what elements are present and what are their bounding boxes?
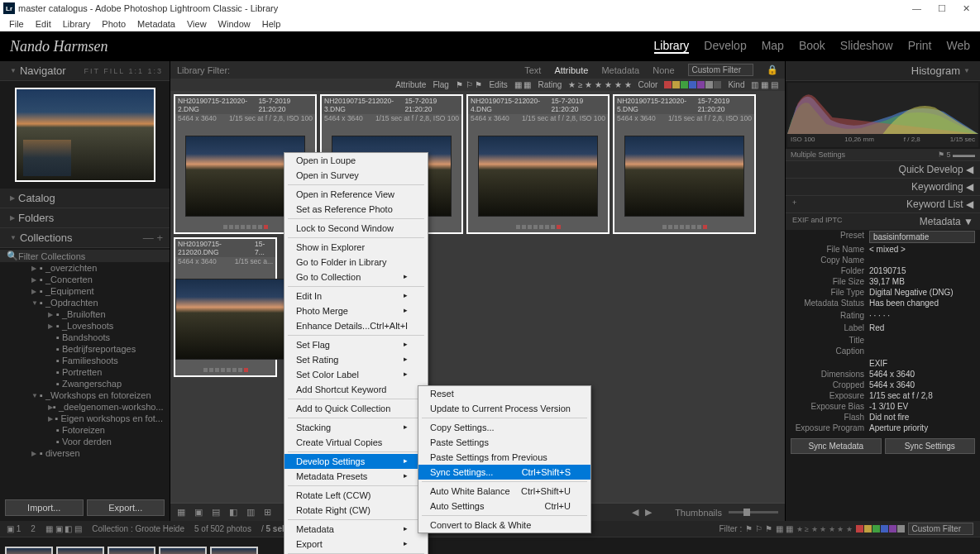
menu-item[interactable]: Set Flag: [284, 337, 428, 352]
menu-item[interactable]: Stacking: [284, 420, 428, 435]
grid-cell[interactable]: NH20190715-212020.DNG15-7...5464 x 36401…: [174, 237, 277, 377]
window-toggle[interactable]: ▣ 1: [7, 524, 21, 533]
filmstrip-thumb[interactable]: [5, 547, 53, 555]
menu-item[interactable]: Go to Collection: [284, 270, 428, 284]
menu-item[interactable]: Auto SettingsCtrl+U: [418, 499, 590, 513]
filter-none[interactable]: None: [653, 65, 674, 75]
grid-cell[interactable]: NH20190715-212020-5.DNG15-7-2019 21:20:2…: [613, 94, 756, 234]
menu-library[interactable]: Library: [57, 19, 97, 29]
collection-item[interactable]: ▶▪ _Equipment: [0, 285, 170, 297]
collection-item[interactable]: ▶▪ _Loveshoots: [0, 320, 170, 332]
filmstrip-thumb[interactable]: [210, 547, 258, 555]
collection-item[interactable]: ▶▪ _Concerten: [0, 274, 170, 285]
menu-item[interactable]: Export: [284, 537, 428, 552]
close-button[interactable]: ✕: [963, 3, 970, 14]
custom-filter-select[interactable]: Custom Filter: [688, 64, 753, 76]
filmstrip[interactable]: [0, 537, 980, 554]
collection-item[interactable]: ▶▪ Eigen workshops en fot...: [0, 413, 170, 424]
metadata-header[interactable]: EXIF and IPTCMetadata ▼: [786, 213, 980, 230]
edit-icons[interactable]: ▦ ▦: [514, 80, 532, 89]
view-mode-icons[interactable]: ▦ ▣ ▤ ◧ ▥ ⊞: [177, 507, 275, 518]
histogram[interactable]: ISO 100 10,26 mm f / 2,8 1/15 sec: [787, 83, 978, 147]
collection-item[interactable]: ▪ Voor derden: [0, 436, 170, 447]
filmstrip-thumb[interactable]: [159, 547, 207, 555]
filter-text[interactable]: Text: [524, 65, 541, 75]
collections-header[interactable]: ▼Collections— +: [0, 228, 170, 248]
menu-item[interactable]: Add to Quick Collection: [284, 401, 428, 416]
collection-item[interactable]: ▪ Familieshoots: [0, 355, 170, 366]
menu-item[interactable]: Rotate Right (CW): [284, 503, 428, 518]
maximize-button[interactable]: ☐: [938, 3, 946, 14]
filter-edits[interactable]: ▦ ▦: [776, 524, 793, 533]
context-menu-develop-settings[interactable]: ResetUpdate to Current Process VersionCo…: [418, 385, 591, 533]
sync-settings-button[interactable]: Sync Settings: [885, 438, 976, 454]
navigator-preview[interactable]: [15, 88, 155, 182]
menu-edit[interactable]: Edit: [30, 19, 57, 29]
collection-item[interactable]: ▶▪ diversen: [0, 447, 170, 459]
filter-colors[interactable]: [856, 525, 905, 533]
menu-item[interactable]: Convert to Black & White: [418, 518, 590, 533]
collection-item[interactable]: ▶▪ _overzichten: [0, 262, 170, 274]
menu-item[interactable]: Create Virtual Copies: [284, 435, 428, 450]
collection-item[interactable]: ▶▪ _deelgenomen-worksho...: [0, 401, 170, 413]
menu-item[interactable]: Paste Settings: [418, 435, 590, 450]
menu-item[interactable]: Enhance Details...Ctrl+Alt+I: [284, 318, 428, 333]
minimize-button[interactable]: —: [912, 3, 921, 14]
filmstrip-filter-select[interactable]: Custom Filter: [908, 523, 973, 535]
collection-item[interactable]: ▪ Bandshoots: [0, 332, 170, 343]
histogram-header[interactable]: Histogram▼: [786, 61, 980, 81]
menu-item[interactable]: Metadata Presets: [284, 469, 428, 484]
folders-header[interactable]: ▶Folders: [0, 208, 170, 228]
export-button[interactable]: Export...: [87, 499, 165, 516]
filter-flags[interactable]: ⚑ ⚐ ⚑: [745, 524, 772, 533]
kind-icons[interactable]: ▥ ▦ ▤: [751, 80, 778, 89]
module-print[interactable]: Print: [908, 39, 932, 54]
menu-item[interactable]: Auto White BalanceCtrl+Shift+U: [418, 484, 590, 499]
menu-item[interactable]: Set as Reference Photo: [284, 202, 428, 217]
menu-item[interactable]: Paste Settings from Previous: [418, 450, 590, 465]
collection-item[interactable]: ▼▪ _Opdrachten: [0, 297, 170, 308]
flag-icons[interactable]: ⚑ ⚐ ⚑: [456, 80, 483, 89]
menu-item[interactable]: Show in Explorer: [284, 240, 428, 255]
color-swatches[interactable]: [664, 81, 721, 88]
collection-item[interactable]: ▪ Portretten: [0, 366, 170, 378]
grid-cell[interactable]: NH20190715-212020-4.DNG15-7-2019 21:20:2…: [466, 94, 610, 234]
menu-window[interactable]: Window: [213, 19, 256, 29]
module-web[interactable]: Web: [946, 39, 970, 54]
menu-item[interactable]: Edit In: [284, 289, 428, 303]
collection-item[interactable]: ▪ Zwangerschap: [0, 378, 170, 389]
catalog-header[interactable]: ▶Catalog: [0, 189, 170, 208]
menu-view[interactable]: View: [181, 19, 213, 29]
quick-develop-header[interactable]: Quick Develop ◀: [786, 160, 980, 178]
menu-item[interactable]: Add Shortcut Keyword: [284, 382, 428, 397]
module-develop[interactable]: Develop: [704, 39, 746, 54]
menu-item[interactable]: Reset: [418, 386, 590, 401]
menu-item[interactable]: Go to Folder in Library: [284, 255, 428, 270]
module-book[interactable]: Book: [799, 39, 825, 54]
thumb-size-slider[interactable]: [729, 511, 778, 513]
menu-metadata[interactable]: Metadata: [131, 19, 181, 29]
module-slideshow[interactable]: Slideshow: [840, 39, 893, 54]
menu-item[interactable]: Open in Reference View: [284, 187, 428, 202]
menu-item[interactable]: Metadata: [284, 522, 428, 537]
menu-item[interactable]: Develop Settings: [284, 454, 428, 469]
lock-icon[interactable]: 🔒: [767, 64, 778, 75]
filter-collections[interactable]: 🔍 Filter Collections: [0, 250, 170, 262]
collection-item[interactable]: ▪ Bedrijfsreportages: [0, 343, 170, 355]
menu-item[interactable]: Update to Current Process Version: [418, 401, 590, 416]
navigator-header[interactable]: ▼Navigator FIT FILL 1:1 1:3: [0, 61, 170, 81]
filmstrip-thumb[interactable]: [56, 547, 104, 555]
menu-item[interactable]: Photo Merge: [284, 303, 428, 318]
keywording-header[interactable]: Keywording ◀: [786, 178, 980, 195]
menu-item[interactable]: Sync Settings...Ctrl+Shift+S: [418, 465, 590, 480]
filter-attribute[interactable]: Attribute: [554, 65, 588, 75]
menu-item[interactable]: Open in Survey: [284, 168, 428, 183]
collection-item[interactable]: ▶▪ _Bruiloften: [0, 308, 170, 320]
sync-metadata-button[interactable]: Sync Metadata: [791, 438, 882, 454]
menu-item[interactable]: Set Color Label: [284, 367, 428, 382]
menu-item[interactable]: Rotate Left (CCW): [284, 488, 428, 503]
module-map[interactable]: Map: [762, 39, 784, 54]
filter-metadata[interactable]: Metadata: [601, 65, 639, 75]
menu-item[interactable]: Set Rating: [284, 352, 428, 367]
menu-item[interactable]: Open in Loupe: [284, 153, 428, 168]
